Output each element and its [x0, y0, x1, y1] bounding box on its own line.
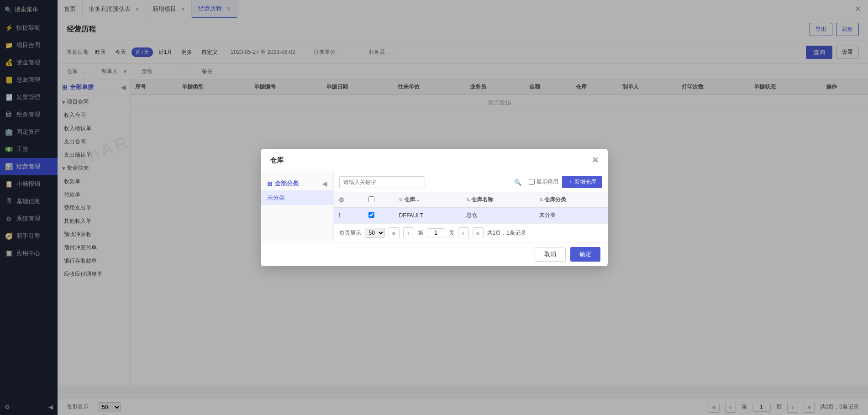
modal-left-panel: ⊞ 全部分类 ◀ 未分类	[261, 172, 334, 242]
sort-arrows-category[interactable]: ⇅	[539, 197, 543, 202]
sort-arrows-name[interactable]: ⇅	[466, 197, 470, 202]
modal-total: 共1页，1条记录	[487, 229, 526, 237]
modal-all-label: 全部分类	[275, 179, 299, 188]
show-disabled-checkbox[interactable]	[529, 179, 535, 185]
modal-close-icon[interactable]: ✕	[592, 155, 599, 165]
cancel-button[interactable]: 取消	[535, 247, 566, 262]
modal-category-uncat[interactable]: 未分类	[261, 190, 333, 205]
modal-footer-actions: 取消 确定	[261, 242, 608, 266]
modal-header: 仓库 ✕	[261, 149, 608, 172]
search-icon-inner: 🔍	[514, 179, 521, 185]
modal-col-gear: ⚙	[334, 192, 364, 208]
modal-select-all[interactable]	[368, 196, 374, 202]
modal-body: ⊞ 全部分类 ◀ 未分类 🔍 显示停用 ＋ 新增仓库	[261, 172, 608, 242]
row-category: 未分类	[535, 208, 608, 223]
modal-page-suffix: 页	[449, 229, 454, 237]
modal-all-category[interactable]: ⊞ 全部分类 ◀	[261, 177, 333, 190]
gear-settings-icon[interactable]: ⚙	[338, 196, 344, 204]
modal-col-name: ⇅ 仓库名称	[462, 192, 535, 208]
modal-col-checkbox	[364, 192, 394, 208]
modal-col-code: ⇅ 仓库...	[394, 192, 461, 208]
modal-next-page[interactable]: ›	[458, 227, 469, 238]
modal-table: ⚙⇅ 仓库...⇅ 仓库名称⇅ 仓库分类 1 DEFAULT 总仓 未分类	[334, 192, 608, 223]
modal-pagination: 每页显示 50 « ‹ 第 页 › » 共1页，1条记录	[334, 223, 608, 242]
search-wrap: 🔍	[339, 176, 526, 188]
modal-page-size[interactable]: 50	[365, 228, 385, 238]
modal-page-label: 第	[418, 229, 423, 237]
modal-per-page-label: 每页显示	[339, 229, 361, 237]
row-name: 总仓	[462, 208, 535, 223]
modal-first-page[interactable]: «	[389, 227, 400, 238]
modal-title: 仓库	[270, 156, 284, 165]
confirm-button[interactable]: 确定	[570, 247, 600, 262]
modal-last-page[interactable]: »	[473, 227, 484, 238]
warehouse-modal: 仓库 ✕ ⊞ 全部分类 ◀ 未分类 🔍	[261, 149, 608, 266]
sort-arrows-code[interactable]: ⇅	[399, 197, 402, 202]
show-disabled-text: 显示停用	[537, 178, 558, 186]
show-disabled-label[interactable]: 显示停用	[529, 178, 558, 186]
row-checkbox-cell[interactable]	[364, 208, 394, 223]
add-warehouse-button[interactable]: ＋ 新增仓库	[562, 176, 602, 188]
modal-prev-page[interactable]: ‹	[403, 227, 414, 238]
modal-collapse-btn[interactable]: ◀	[322, 180, 327, 187]
grid-icon-modal: ⊞	[267, 180, 272, 187]
modal-search-input[interactable]	[339, 176, 425, 188]
modal-page-input[interactable]	[427, 228, 445, 237]
modal-toolbar: 🔍 显示停用 ＋ 新增仓库	[334, 172, 608, 192]
modal-overlay: 仓库 ✕ ⊞ 全部分类 ◀ 未分类 🔍	[0, 0, 868, 415]
row-checkbox[interactable]	[368, 212, 374, 218]
modal-table-wrap: ⚙⇅ 仓库...⇅ 仓库名称⇅ 仓库分类 1 DEFAULT 总仓 未分类	[334, 192, 608, 223]
modal-table-row[interactable]: 1 DEFAULT 总仓 未分类	[334, 208, 608, 223]
row-code: DEFAULT	[394, 208, 461, 223]
modal-right-panel: 🔍 显示停用 ＋ 新增仓库 ⚙⇅ 仓库...⇅ 仓库名称⇅ 仓库分类 1 DEF…	[334, 172, 608, 242]
modal-col-category: ⇅ 仓库分类	[535, 192, 608, 208]
row-num: 1	[334, 208, 364, 223]
